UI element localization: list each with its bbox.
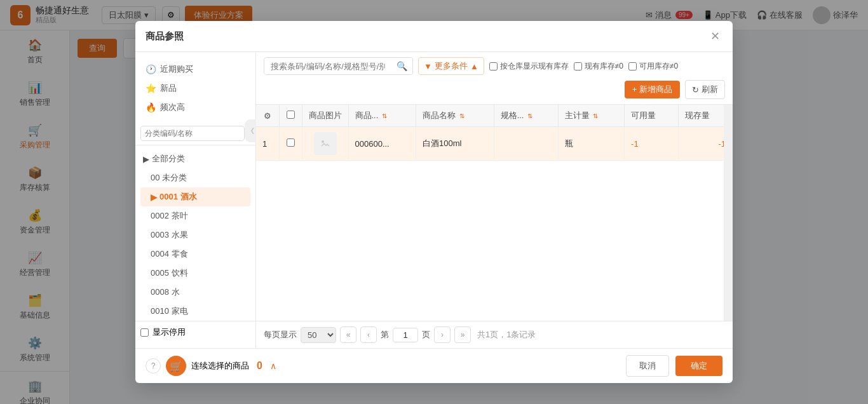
footer-left: ? 🛒 连续选择的商品 0 ∧ — [146, 356, 276, 376]
confirm-button[interactable]: 确定 — [675, 356, 722, 376]
selected-count: 0 — [257, 360, 262, 372]
col-settings[interactable]: ⚙ — [256, 105, 279, 127]
filter-collapse-icon: ▲ — [470, 62, 478, 71]
right-panel: 🔍 ▼ 更多条件 ▲ 按仓库显示现有库存 现有库存≠0 可用库存≠0 — [256, 52, 733, 348]
col-spec[interactable]: 规格... ⇅ — [494, 105, 558, 127]
row-checkbox[interactable] — [287, 138, 295, 147]
last-page-btn[interactable]: » — [454, 327, 471, 343]
recent-icon: 🕐 — [146, 64, 156, 74]
available-checkbox-label[interactable]: 可用库存≠0 — [628, 61, 678, 72]
col-code[interactable]: 商品... ⇅ — [348, 105, 416, 127]
footer-right: 取消 确定 — [626, 355, 722, 377]
modal-close-button[interactable]: ✕ — [707, 29, 722, 44]
tree-item-00[interactable]: 00 未分类 — [140, 168, 250, 187]
product-table: ⚙ 商品图片 商品... ⇅ 商品名称 ⇅ — [256, 105, 733, 161]
tree-item-0003[interactable]: 0003 水果 — [140, 226, 250, 245]
pagination: 每页显示 50 10 20 100 « ‹ 第 页 › » 共1页，1条记录 — [256, 321, 733, 348]
page-number-input[interactable] — [393, 328, 418, 342]
tree-item-all[interactable]: ▶ 全部分类 — [140, 149, 250, 168]
prev-page-btn[interactable]: ‹ — [360, 327, 377, 343]
quick-btn-frequent[interactable]: 🔥 频次高 — [140, 98, 250, 117]
sort-spec-icon: ⇅ — [527, 112, 532, 119]
quick-btn-new[interactable]: ⭐ 新品 — [140, 79, 250, 98]
modal-title: 商品参照 — [146, 30, 184, 43]
help-button[interactable]: ? — [146, 358, 161, 374]
quick-buttons: 🕐 近期购买 ⭐ 新品 🔥 频次高 — [135, 57, 255, 119]
footer-collapse-btn[interactable]: ∧ — [270, 361, 276, 371]
per-page-label: 每页显示 — [264, 329, 297, 340]
row-unit: 瓶 — [558, 127, 624, 161]
show-disabled-row: 显示停用 — [135, 321, 255, 343]
page-suffix: 页 — [422, 329, 430, 340]
row-available: -1 — [625, 127, 679, 161]
available-checkbox[interactable] — [628, 62, 637, 71]
tree-arrow-all: ▶ — [143, 154, 149, 164]
check-all-checkbox[interactable] — [287, 111, 295, 119]
category-search-input[interactable] — [140, 126, 245, 141]
warehouse-checkbox[interactable] — [489, 62, 498, 71]
next-page-btn[interactable]: › — [434, 327, 451, 343]
row-name: 白酒100ml — [416, 127, 494, 161]
product-reference-modal: 商品参照 ✕ 🕐 近期购买 ⭐ 新品 🔥 频次高 — [135, 21, 733, 383]
show-disabled-checkbox[interactable] — [140, 328, 149, 337]
product-toolbar: 🔍 ▼ 更多条件 ▲ 按仓库显示现有库存 现有库存≠0 可用库存≠0 — [256, 52, 733, 105]
col-unit[interactable]: 主计量 ⇅ — [558, 105, 624, 127]
product-table-wrapper: ⚙ 商品图片 商品... ⇅ 商品名称 ⇅ — [256, 105, 733, 321]
warehouse-checkbox-label[interactable]: 按仓库显示现有库存 — [489, 61, 569, 72]
cart-icon-btn[interactable]: 🛒 — [166, 356, 186, 376]
quick-btn-recent[interactable]: 🕐 近期购买 — [140, 60, 250, 79]
new-icon: ⭐ — [146, 83, 156, 93]
cancel-button[interactable]: 取消 — [626, 355, 669, 377]
left-panel-collapse-btn[interactable]: 《 — [245, 119, 256, 142]
first-page-btn[interactable]: « — [340, 327, 356, 343]
refresh-icon: ↻ — [692, 85, 699, 95]
filter-btn[interactable]: ▼ 更多条件 ▲ — [418, 57, 484, 75]
tree-item-0008[interactable]: 0008 水 — [140, 283, 250, 302]
category-tree: ▶ 全部分类 00 未分类 ▶ 0001 酒水 0002 茶叶 0003 水果 — [135, 145, 255, 321]
tree-arrow-0001: ▶ — [151, 192, 157, 202]
tree-item-0002[interactable]: 0002 茶叶 — [140, 206, 250, 226]
stock-checkbox-label[interactable]: 现有库存≠0 — [574, 61, 623, 72]
per-page-select[interactable]: 50 10 20 100 — [301, 327, 336, 343]
modal-body: 🕐 近期购买 ⭐ 新品 🔥 频次高 《 🔍 — [135, 52, 733, 348]
product-search-input[interactable] — [264, 58, 391, 74]
svg-point-1 — [322, 140, 324, 143]
row-image — [302, 127, 348, 161]
left-panel: 🕐 近期购买 ⭐ 新品 🔥 频次高 《 🔍 — [135, 52, 256, 348]
row-check[interactable] — [279, 127, 302, 161]
modal-footer: ? 🛒 连续选择的商品 0 ∧ 取消 确定 — [135, 348, 733, 383]
frequent-icon: 🔥 — [146, 102, 156, 112]
page-label: 第 — [381, 329, 389, 340]
product-image-placeholder — [314, 132, 337, 155]
tree-item-0001[interactable]: ▶ 0001 酒水 — [140, 187, 250, 206]
row-spec — [494, 127, 558, 161]
product-search-bar: 🔍 — [264, 57, 413, 75]
add-product-button[interactable]: + 新增商品 — [625, 81, 680, 98]
tree-item-0010[interactable]: 0010 家电 — [140, 302, 250, 321]
selected-label: 连续选择的商品 — [191, 360, 249, 372]
total-info: 共1页，1条记录 — [477, 329, 536, 340]
row-index: 1 — [256, 127, 279, 161]
col-available: 可用量 — [625, 105, 679, 127]
sort-unit-icon: ⇅ — [593, 112, 598, 119]
filter-icon: ▼ — [424, 62, 432, 71]
col-name[interactable]: 商品名称 ⇅ — [416, 105, 494, 127]
col-check[interactable] — [279, 105, 302, 127]
refresh-button[interactable]: ↻ 刷新 — [685, 80, 725, 99]
table-row[interactable]: 1 000600... 白酒100ml 瓶 -1 — [256, 127, 733, 161]
stock-checkbox[interactable] — [574, 62, 582, 71]
cart-icon: 🛒 — [170, 360, 182, 372]
col-image: 商品图片 — [302, 105, 348, 127]
modal-header: 商品参照 ✕ — [135, 21, 733, 52]
tree-item-0004[interactable]: 0004 零食 — [140, 245, 250, 264]
row-code: 000600... — [348, 127, 416, 161]
sort-code-icon: ⇅ — [382, 112, 387, 119]
product-search-button[interactable]: 🔍 — [391, 58, 412, 74]
category-search-row: 🔍 — [135, 122, 255, 145]
sort-name-icon: ⇅ — [459, 112, 465, 119]
scrollbar[interactable] — [724, 105, 733, 321]
svg-rect-0 — [319, 137, 332, 150]
tree-item-0005[interactable]: 0005 饮料 — [140, 264, 250, 283]
